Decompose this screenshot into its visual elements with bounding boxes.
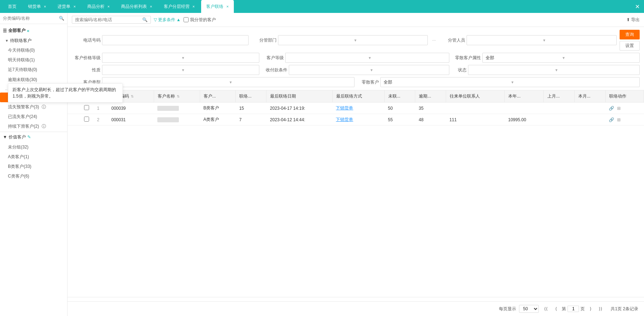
row-last-month (544, 114, 575, 126)
table-row: 2000031A类客户72023-04-12 14:44:下销货单5548111… (68, 114, 644, 126)
close-customer-contact-tab[interactable]: × (226, 4, 228, 9)
field-dots[interactable]: ··· (431, 38, 437, 43)
tab-customer-contact[interactable]: 客户联络 × (201, 0, 233, 13)
extended-filter: 电话号码 分管部门 ▼ ··· 分管人员 (68, 27, 644, 90)
row-code: 000039 (108, 103, 154, 114)
th-this-year: 本年... (505, 90, 544, 103)
sidebar-search-input[interactable] (3, 16, 57, 21)
total-records: 共1页 2条记录 (611, 306, 638, 312)
sidebar-item-7days[interactable]: 近7天待联络(0) (0, 65, 67, 75)
content-area: 🔍 ▽ 更多条件 ▲ 我分管的客户 ⬆ 导出 电话号码 (68, 13, 644, 316)
status-field[interactable]: ▼ (468, 65, 640, 75)
action-icons: 🔗⊞ (609, 106, 640, 111)
sidebar-item-a-class[interactable]: A类客户(1) (0, 152, 67, 162)
th-customer-name[interactable]: 客户名称 ⇅ (154, 90, 200, 103)
tab-product-analysis[interactable]: 商品分析 × (82, 0, 115, 13)
horizontal-scrollbar[interactable] (68, 297, 644, 301)
retail-customer-field[interactable]: 全部 ▼ (380, 77, 640, 87)
row-num: 2 (93, 114, 108, 126)
th-last-contact-method: 最后联络方式 (332, 90, 384, 103)
contact-icon[interactable]: 🔗 (609, 117, 614, 122)
tab-product-analysis-list[interactable]: 商品分析列表 × (116, 0, 157, 13)
tab-home[interactable]: 首页 (3, 0, 22, 13)
gender-field[interactable]: ▼ (102, 65, 259, 75)
row-checkbox-cell[interactable] (80, 114, 93, 126)
sidebar-item-tomorrow[interactable]: 明天待联络(1) (0, 55, 67, 65)
th-contact-count: 联络... (236, 90, 267, 103)
my-customers-checkbox[interactable]: 我分管的客户 (184, 17, 216, 23)
more-icon[interactable]: ⊞ (617, 106, 621, 111)
pending-contact-group[interactable]: ▼ 待联络客户 (0, 36, 67, 46)
customer-level-field[interactable]: ▼ (285, 53, 450, 63)
more-icon[interactable]: ⊞ (617, 117, 621, 122)
row-code: 000031 (108, 114, 154, 126)
filter-search-input[interactable] (75, 17, 141, 22)
dept-field[interactable]: ▼ (278, 35, 428, 45)
close-sales-tab[interactable]: × (44, 4, 46, 9)
row-this-year: 10995.00 (505, 114, 544, 126)
close-product-list-tab[interactable]: × (150, 4, 152, 9)
filter-search-icon[interactable]: 🔍 (142, 17, 148, 22)
page-next-btn[interactable]: ⟩ (586, 305, 595, 313)
payment-field[interactable]: ▼ (289, 65, 450, 75)
row-contact-count: 15 (236, 103, 267, 114)
row-name (154, 103, 200, 114)
all-customers-header: ☰ 全部客户 « (0, 25, 67, 36)
sidebar-item-already-lost[interactable]: 已流失客户(24) (0, 112, 67, 122)
page-last-btn[interactable]: ⟩⟩ (596, 305, 605, 313)
sidebar-item-c-class[interactable]: C类客户(6) (0, 171, 67, 181)
price-level-group: 客户价格等级 ▼ (72, 53, 259, 63)
my-customers-check[interactable] (184, 17, 189, 22)
more-conditions-btn[interactable]: ▽ 更多条件 ▲ (154, 17, 181, 23)
row-actions: 🔗⊞ (605, 103, 644, 114)
retail-customer-group: 零散客户 全部 ▼ (357, 77, 640, 87)
close-customer-tier-tab[interactable]: × (193, 4, 195, 9)
page-size-select[interactable]: 50 100 200 (519, 305, 539, 313)
sidebar-item-b-class[interactable]: B类客户(33) (0, 162, 67, 171)
gender-group: 性质 ▼ (72, 65, 259, 75)
filter-bar: 🔍 ▽ 更多条件 ▲ 我分管的客户 ⬆ 导出 (68, 13, 644, 27)
tab-customer-tier[interactable]: 客户分层经营 × (159, 0, 200, 13)
settings-button[interactable]: 设置 (620, 41, 640, 51)
sidebar-search-bar: 🔍 (0, 13, 67, 24)
contact-icon[interactable]: 🔗 (609, 106, 614, 111)
row-checkbox[interactable] (84, 105, 89, 110)
row-last-date: 2023-04-17 14:19: (267, 103, 333, 114)
tab-purchase[interactable]: 进货单 × (52, 0, 80, 13)
th-customer-type: 客户... (200, 90, 236, 103)
sidebar-item-today[interactable]: 今天待联络(0) (0, 46, 67, 55)
export-button[interactable]: ⬆ 导出 (626, 17, 640, 23)
close-product-tab[interactable]: × (107, 4, 110, 9)
last-contact-method[interactable]: 下销货单 (336, 117, 353, 122)
value-customer-group: ▼ 价值客户 ✎ (0, 132, 67, 142)
sidebar-item-unclassified[interactable]: 未分组(32) (0, 142, 67, 152)
sidebar-item-lost-warning[interactable]: 流失预警客户(3) ⓘ (0, 102, 67, 112)
sidebar-collapse-btn[interactable]: « (27, 28, 29, 33)
row-uncontacted: 50 (384, 103, 415, 114)
row-company-contact (446, 103, 504, 114)
customer-type-field[interactable]: ▼ (102, 77, 355, 87)
tab-sales[interactable]: 销货单 × (23, 0, 51, 13)
edit-value-group[interactable]: ✎ (27, 135, 31, 140)
last-contact-method[interactable]: 下销货单 (336, 105, 353, 110)
th-overdue: 逾期... (415, 90, 446, 103)
page-navigation: ⟨⟨ ⟨ 第 页 ⟩ ⟩⟩ (542, 305, 605, 313)
row-this-month (574, 114, 605, 126)
window-close-button[interactable]: ✕ (635, 3, 640, 10)
search-icon[interactable]: 🔍 (59, 16, 64, 21)
row-checkbox[interactable] (84, 117, 89, 122)
page-prev-btn[interactable]: ⟨ (552, 305, 560, 313)
price-level-field[interactable]: ▼ (102, 53, 259, 63)
row-checkbox-cell[interactable] (80, 103, 93, 114)
page-first-btn[interactable]: ⟨⟨ (542, 305, 550, 313)
query-button[interactable]: 查询 (620, 30, 640, 39)
close-purchase-tab[interactable]: × (73, 4, 75, 9)
customer-level-group: 客户等级 ▼ (262, 53, 450, 63)
phone-field[interactable] (102, 35, 249, 45)
page-number-input[interactable] (567, 306, 579, 312)
retail-attr-field[interactable]: 全部 ▼ (482, 53, 640, 63)
row-last-date: 2023-04-12 14:44: (267, 114, 333, 126)
manager-field[interactable]: ▼ (467, 35, 617, 45)
sidebar-item-declining[interactable]: 持续下滑客户(2) ⓘ (0, 122, 67, 131)
row-this-year (505, 103, 544, 114)
